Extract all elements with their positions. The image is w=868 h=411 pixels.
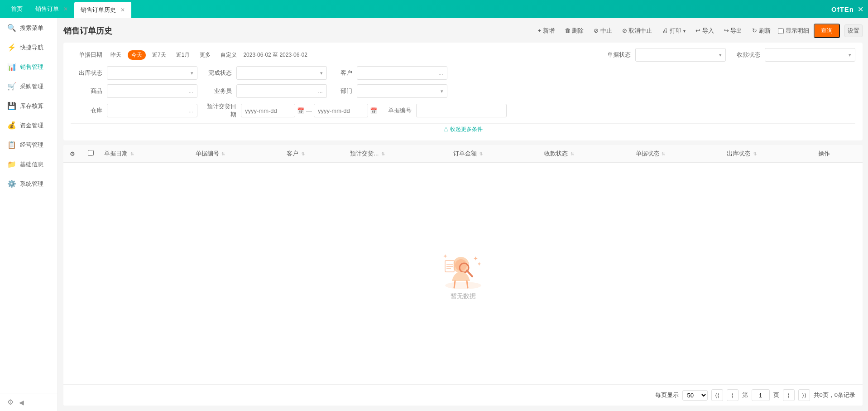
th-payment-status[interactable]: 收款状态 ⇅ (540, 145, 631, 163)
th-expected-date-label: 预计交货... (350, 150, 379, 157)
main-layout: 🔍 搜索菜单 ⚡ 快捷导航 📊 销售管理 🛒 采购管理 💾 库存核算 💰 资金管… (0, 18, 868, 411)
th-checkbox[interactable] (82, 145, 100, 163)
warehouse-select[interactable]: … (107, 104, 197, 117)
content-area: 销售订单历史 + 新增 🗑 删除 ⊘ 中止 ⊘ 取消中止 🖨 打印 ▾ ↩ 导入… (58, 18, 868, 411)
sidebar-item-basic-info[interactable]: 📁 基础信息 (0, 155, 58, 174)
sidebar-item-quick-nav[interactable]: ⚡ 快捷导航 (0, 38, 58, 57)
sidebar-item-purchase-mgmt[interactable]: 🛒 采购管理 (0, 77, 58, 96)
print-button[interactable]: 🖨 打印 ▾ (660, 25, 689, 37)
next-page-btn[interactable]: ⟩ (783, 389, 795, 401)
date-range-text: 2023-06-02 至 2023-06-02 (243, 51, 307, 59)
table-settings-icon[interactable]: ⚙ (70, 150, 75, 157)
export-button[interactable]: ↪ 导出 (721, 25, 745, 37)
basic-info-icon: 📁 (7, 160, 16, 169)
sidebar-collapse-icon[interactable]: ◀ (19, 399, 24, 406)
first-page-btn[interactable]: ⟨⟨ (711, 389, 723, 401)
pagination: 每页显示 50 10 20 100 ⟨⟨ ⟨ 第 页 ⟩ ⟩⟩ 共0页，0条记录 (63, 384, 863, 406)
collapse-bar[interactable]: △ 收起更多条件 (71, 123, 855, 135)
last-page-btn[interactable]: ⟩⟩ (798, 389, 810, 401)
tab-sales-order-history[interactable]: 销售订单历史 ✕ (74, 2, 131, 18)
th-out-status-label: 出库状态 (727, 150, 750, 157)
sidebar-label-inventory: 库存核算 (20, 102, 43, 110)
th-amount[interactable]: 订单金额 ⇅ (449, 145, 540, 163)
th-settings[interactable]: ⚙ (63, 145, 82, 163)
sidebar-label-operations: 经营管理 (20, 141, 43, 149)
sidebar-label-quick-nav: 快捷导航 (20, 44, 43, 52)
page-number-input[interactable] (752, 389, 770, 401)
th-expected-date[interactable]: 预计交货... ⇅ (345, 145, 448, 163)
prev-page-btn[interactable]: ⟨ (727, 389, 739, 401)
th-customer[interactable]: 客户 ⇅ (282, 145, 345, 163)
show-detail-checkbox[interactable] (778, 28, 784, 34)
tab-sales-order-close[interactable]: ✕ (63, 6, 68, 12)
inventory-icon: 💾 (7, 102, 16, 110)
date-chip-today[interactable]: 今天 (128, 50, 146, 60)
delete-button[interactable]: 🗑 删除 (562, 25, 587, 37)
calendar-start-icon[interactable]: 📅 (297, 107, 304, 114)
warehouse-dotdot-icon: … (188, 108, 193, 113)
data-table: ⚙ 单据日期 ⇅ 单据编号 ⇅ (63, 145, 863, 163)
sidebar-label-purchase-mgmt: 采购管理 (20, 82, 43, 91)
date-filter-field: 昨天 今天 近7天 近1月 更多 自定义 2023-06-02 至 2023-0… (107, 50, 604, 60)
th-doc-status[interactable]: 单据状态 ⇅ (631, 145, 723, 163)
refresh-button[interactable]: ↻ 刷新 (749, 25, 773, 37)
sidebar-item-sales-mgmt[interactable]: 📊 销售管理 (0, 57, 58, 77)
out-status-select[interactable]: ▾ (107, 66, 197, 80)
page-header: 销售订单历史 + 新增 🗑 删除 ⊘ 中止 ⊘ 取消中止 🖨 打印 ▾ ↩ 导入… (63, 24, 863, 38)
customer-label: 客户 (334, 69, 357, 77)
total-label: 共0页，0条记录 (814, 391, 855, 399)
date-chip-7days[interactable]: 近7天 (149, 50, 170, 60)
product-select[interactable]: … (107, 84, 197, 98)
date-chip-more[interactable]: 更多 (196, 50, 214, 60)
sidebar-item-finance[interactable]: 💰 资金管理 (0, 116, 58, 135)
sidebar-item-system-mgmt[interactable]: ⚙️ 系统管理 (0, 174, 58, 193)
query-button[interactable]: 查询 (814, 24, 840, 38)
date-chip-1month[interactable]: 近1月 (173, 50, 194, 60)
th-number-sort-icon: ⇅ (221, 151, 225, 156)
tab-sales-order-history-close[interactable]: ✕ (120, 7, 125, 13)
date-chip-custom[interactable]: 自定义 (217, 50, 240, 60)
per-page-select[interactable]: 50 10 20 100 (682, 390, 708, 401)
th-number[interactable]: 单据编号 ⇅ (191, 145, 283, 163)
select-all-checkbox[interactable] (88, 150, 94, 156)
product-label: 商品 (71, 87, 107, 95)
import-button[interactable]: ↩ 导入 (693, 25, 717, 37)
calendar-end-icon[interactable]: 📅 (370, 107, 377, 114)
doc-number-input[interactable] (416, 104, 507, 117)
quick-nav-icon: ⚡ (7, 43, 16, 52)
finance-icon: 💰 (7, 121, 16, 130)
expected-date-start[interactable] (241, 104, 295, 117)
expected-date-end[interactable] (314, 104, 368, 117)
salesperson-select[interactable]: … (236, 84, 327, 98)
department-select[interactable]: ▾ (357, 84, 447, 98)
cancel-stop-button[interactable]: ⊘ 取消中止 (619, 25, 655, 37)
tab-sales-order-history-label: 销售订单历史 (81, 6, 116, 14)
tab-sales-order[interactable]: 销售订单 ✕ (29, 0, 74, 18)
new-button[interactable]: + 新增 (535, 25, 557, 37)
topbar-close-icon[interactable]: ✕ (858, 5, 863, 14)
page-title: 销售订单历史 (63, 25, 535, 36)
date-chip-yesterday[interactable]: 昨天 (107, 50, 125, 60)
toolbar: + 新增 🗑 删除 ⊘ 中止 ⊘ 取消中止 🖨 打印 ▾ ↩ 导入 ↪ 导出 ↻… (535, 24, 863, 38)
sidebar-label-sales-mgmt: 销售管理 (20, 63, 43, 71)
stop-button[interactable]: ⊘ 中止 (591, 25, 615, 37)
product-dotdot-icon: … (188, 88, 193, 94)
sidebar-label-system-mgmt: 系统管理 (20, 180, 43, 188)
sidebar-item-search-menu[interactable]: 🔍 搜索菜单 (0, 18, 58, 38)
sidebar-settings-icon[interactable]: ⚙ (7, 398, 14, 406)
settings-button[interactable]: 设置 (844, 24, 863, 37)
doc-status-select[interactable]: ▾ (635, 48, 726, 62)
customer-select[interactable]: … (357, 66, 447, 80)
th-out-status[interactable]: 出库状态 ⇅ (722, 145, 814, 163)
payment-status-select[interactable]: ▾ (765, 48, 855, 62)
tab-home[interactable]: 首页 (5, 0, 29, 18)
complete-status-select[interactable]: ▾ (236, 66, 327, 80)
th-date[interactable]: 单据日期 ⇅ (100, 145, 191, 163)
th-payment-status-sort-icon: ⇅ (571, 151, 574, 156)
sidebar-item-inventory[interactable]: 💾 库存核算 (0, 96, 58, 116)
doc-number-label: 单据编号 (384, 106, 416, 115)
sidebar-item-operations[interactable]: 📋 经营管理 (0, 135, 58, 155)
customer-field: … (357, 66, 855, 80)
filter-row-1: 单据日期 昨天 今天 近7天 近1月 更多 自定义 2023-06-02 至 2… (71, 48, 855, 62)
show-detail-checkbox-label[interactable]: 显示明细 (778, 27, 809, 35)
